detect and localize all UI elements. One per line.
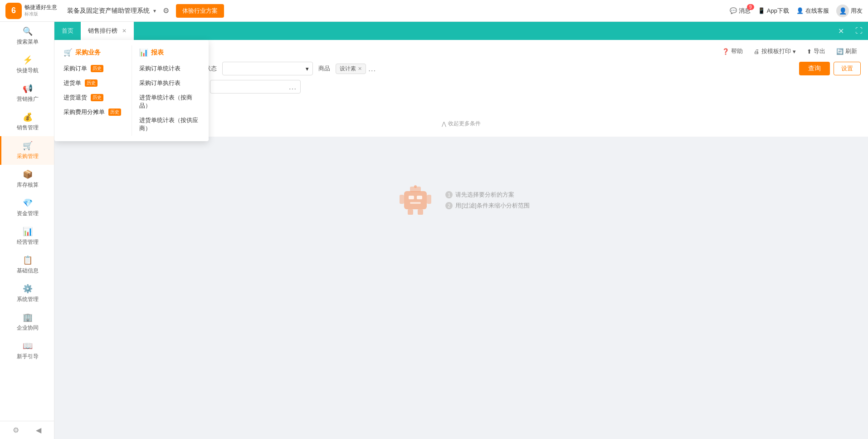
sidebar-item-guide[interactable]: 📖 新手引导 bbox=[0, 336, 54, 365]
tab-close-btn[interactable]: ✕ bbox=[122, 28, 127, 34]
svg-point-9 bbox=[414, 185, 417, 188]
sidebar-bottom: ⚙ ◀ bbox=[0, 421, 54, 439]
main-layout: 🔍 搜索菜单 ⚡ 快捷导航 📢 营销推广 💰 销售管理 🛒 采购管理 📦 库存核… bbox=[0, 22, 868, 439]
collapse-icon: ⋀ bbox=[442, 121, 446, 127]
search-btn[interactable]: 查询 bbox=[799, 62, 830, 75]
svg-rect-2 bbox=[417, 196, 422, 199]
system-dropdown-btn[interactable]: ▾ bbox=[153, 8, 156, 14]
svg-rect-4 bbox=[400, 195, 404, 204]
refresh-icon: 🔄 bbox=[836, 48, 844, 55]
doc-status-select[interactable]: ▾ bbox=[222, 62, 313, 75]
help-btn[interactable]: ❓ 帮助 bbox=[718, 45, 746, 57]
dropdown-item-incoming-by-goods[interactable]: 进货单统计表（按商品） bbox=[136, 90, 204, 113]
top-bar-right: 💬 消息 9 📱 App下载 👤 在线客服 👤 用友 bbox=[730, 5, 863, 17]
logo-icon: 6 bbox=[5, 3, 22, 19]
sidebar-item-inventory[interactable]: 📦 库存核算 bbox=[0, 165, 54, 193]
empty-hint-2: 用[过滤]条件来缩小分析范围 bbox=[455, 202, 529, 210]
sidebar-item-purchase[interactable]: 🛒 采购管理 bbox=[0, 136, 54, 165]
salesperson-more[interactable]: … bbox=[288, 82, 297, 92]
help-icon: ❓ bbox=[722, 48, 729, 55]
history-badge-2: 历史 bbox=[85, 79, 98, 87]
dropdown-item-incoming-by-supplier[interactable]: 进货单统计表（按供应商） bbox=[136, 113, 204, 136]
sidebar-item-marketing[interactable]: 📢 营销推广 bbox=[0, 79, 54, 108]
svg-rect-6 bbox=[408, 209, 413, 215]
industry-btn[interactable]: 体验行业方案 bbox=[176, 4, 224, 18]
top-bar-middle: 装备及固定资产辅助管理系统 ▾ ⚙ 体验行业方案 bbox=[60, 4, 730, 18]
dropdown-item-purchase-order-exec[interactable]: 采购订单执行表 bbox=[136, 76, 204, 90]
sidebar-label-operations: 经营管理 bbox=[17, 238, 39, 246]
tab-sales-rank[interactable]: 销售排行榜 ✕ bbox=[81, 22, 134, 40]
export-btn[interactable]: ⬆ 导出 bbox=[803, 45, 829, 57]
finance-icon: 💎 bbox=[23, 198, 33, 208]
quick-icon: ⚡ bbox=[23, 55, 33, 65]
sidebar-label-finance: 资金管理 bbox=[17, 210, 39, 217]
sidebar-item-enterprise[interactable]: 🏢 企业协同 bbox=[0, 308, 54, 336]
history-badge-4: 历史 bbox=[108, 109, 121, 116]
purchase-col-icon: 🛒 bbox=[63, 48, 73, 57]
sidebar-label-enterprise: 企业协同 bbox=[17, 324, 39, 332]
sidebar-label-quick: 快捷导航 bbox=[17, 67, 39, 74]
settings-gear-btn[interactable]: ⚙ bbox=[160, 5, 172, 17]
logo-area: 6 畅捷通好生意 标准版 bbox=[5, 3, 60, 19]
sidebar-item-base[interactable]: 📋 基础信息 bbox=[0, 251, 54, 279]
goods-label: 商品 bbox=[318, 64, 330, 73]
sidebar-item-quick[interactable]: ⚡ 快捷导航 bbox=[0, 50, 54, 79]
doc-status-dropdown-icon: ▾ bbox=[306, 65, 309, 72]
empty-illustration bbox=[393, 182, 438, 218]
dropdown-item-purchase-order-stat[interactable]: 采购订单统计表 bbox=[136, 61, 204, 76]
message-badge: 9 bbox=[747, 4, 754, 10]
sidebar: 🔍 搜索菜单 ⚡ 快捷导航 📢 营销推广 💰 销售管理 🛒 采购管理 📦 库存核… bbox=[0, 22, 54, 439]
tab-fullscreen-btn[interactable]: ⛶ bbox=[850, 22, 868, 40]
user-profile-btn[interactable]: 👤 用友 bbox=[836, 5, 863, 17]
refresh-btn[interactable]: 🔄 刷新 bbox=[833, 45, 861, 57]
tab-close-all-btn[interactable]: ✕ bbox=[832, 22, 850, 40]
search-icon: 🔍 bbox=[23, 26, 33, 36]
app-download-btn[interactable]: 📱 App下载 bbox=[758, 7, 789, 15]
print-dropdown-icon: ▾ bbox=[793, 48, 796, 55]
salesperson-select[interactable]: … bbox=[210, 80, 301, 94]
brand-name: 畅捷通好生意 bbox=[24, 4, 57, 11]
marketing-icon: 📢 bbox=[23, 84, 33, 94]
dropdown-item-incoming-return[interactable]: 进货退货 历史 bbox=[60, 90, 128, 105]
history-badge-1: 历史 bbox=[91, 65, 103, 72]
inventory-icon: 📦 bbox=[23, 169, 33, 179]
sidebar-item-search[interactable]: 🔍 搜索菜单 bbox=[0, 22, 54, 50]
tab-home-label: 首页 bbox=[62, 27, 73, 35]
operations-icon: 📊 bbox=[23, 227, 33, 237]
sidebar-label-marketing: 营销推广 bbox=[17, 95, 39, 103]
sidebar-item-operations[interactable]: 📊 经营管理 bbox=[0, 222, 54, 251]
svg-rect-7 bbox=[418, 209, 423, 215]
empty-state: 1 请先选择要分析的方案 2 用[过滤]条件来缩小分析范围 bbox=[54, 137, 868, 264]
sidebar-label-search: 搜索菜单 bbox=[17, 38, 39, 46]
sidebar-item-finance[interactable]: 💎 资金管理 bbox=[0, 193, 54, 222]
purchase-dropdown-menu: 🛒 采购业务 采购订单 历史 进货单 历史 进货退货 历史 bbox=[54, 40, 209, 141]
base-icon: 📋 bbox=[23, 255, 33, 265]
svg-rect-1 bbox=[409, 196, 414, 199]
online-service-btn[interactable]: 👤 在线客服 bbox=[796, 7, 829, 15]
sidebar-item-sales[interactable]: 💰 销售管理 bbox=[0, 108, 54, 136]
sidebar-settings-btn[interactable]: ⚙ bbox=[13, 426, 19, 434]
svg-rect-0 bbox=[404, 191, 427, 209]
dropdown-item-purchase-cost[interactable]: 采购费用分摊单 历史 bbox=[60, 105, 128, 119]
print-icon: 🖨 bbox=[754, 48, 760, 55]
goods-tag: 设计素 ✕ bbox=[336, 64, 366, 74]
goods-more-btn[interactable]: … bbox=[368, 64, 376, 74]
brand-sub: 标准版 bbox=[24, 11, 57, 17]
report-col-icon: 📊 bbox=[139, 48, 148, 57]
message-icon: 💬 bbox=[730, 7, 737, 14]
empty-hint-1: 请先选择要分析的方案 bbox=[455, 191, 514, 199]
print-btn[interactable]: 🖨 按模板打印 ▾ bbox=[750, 45, 800, 57]
svg-rect-3 bbox=[410, 202, 421, 204]
col-divider bbox=[132, 45, 132, 136]
dropdown-item-purchase-order[interactable]: 采购订单 历史 bbox=[60, 61, 128, 76]
dropdown-item-incoming[interactable]: 进货单 历史 bbox=[60, 76, 128, 90]
filter-settings-btn[interactable]: 设置 bbox=[834, 62, 861, 75]
sidebar-item-system[interactable]: ⚙️ 系统管理 bbox=[0, 279, 54, 308]
messages-btn[interactable]: 💬 消息 9 bbox=[730, 7, 751, 15]
tab-bar: 首页 销售排行榜 ✕ ✕ ⛶ bbox=[54, 22, 868, 40]
goods-tag-close[interactable]: ✕ bbox=[358, 66, 362, 72]
tab-home[interactable]: 首页 bbox=[54, 22, 81, 40]
sidebar-collapse-btn[interactable]: ◀ bbox=[36, 426, 41, 434]
purchase-col-title: 采购业务 bbox=[75, 49, 101, 57]
sidebar-label-system: 系统管理 bbox=[17, 296, 39, 303]
